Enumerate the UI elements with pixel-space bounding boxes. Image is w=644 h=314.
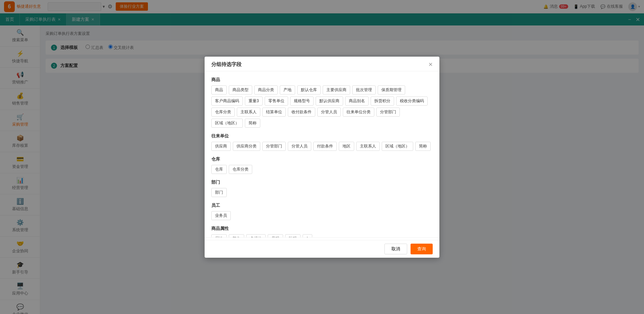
section-staff: 员工 业务员 [211, 202, 433, 220]
tag-goods-18[interactable]: 结算单位 [262, 108, 286, 117]
tag-goods-0[interactable]: 商品 [211, 85, 227, 95]
section-partner-title: 往来单位 [211, 133, 433, 139]
tag-goods-7[interactable]: 保质期管理 [378, 85, 405, 95]
section-staff-tags: 业务员 [211, 211, 433, 220]
tag-attr-0[interactable]: 属性 [211, 234, 227, 237]
tag-goods-22[interactable]: 分管部门 [376, 108, 400, 117]
tag-goods-4[interactable]: 默认仓库 [297, 85, 321, 95]
tag-partner-0[interactable]: 供应商 [211, 142, 231, 151]
section-staff-title: 员工 [211, 202, 433, 208]
section-attr: 商品属性 属性 颜色 多规格 尺码 鞋码 1 [211, 226, 433, 237]
section-partner: 往来单位 供应商 供应商分类 分管部门 分管人员 付款条件 地区 主联系人 区域… [211, 133, 433, 151]
cancel-button[interactable]: 取消 [384, 244, 407, 254]
section-goods: 商品 商品 商品类型 商品分类 产地 默认仓库 主要供应商 批次管理 保质期管理… [211, 77, 433, 128]
tag-partner-2[interactable]: 分管部门 [262, 142, 286, 151]
modal-header: 分组待选字段 ✕ [205, 57, 439, 71]
tag-goods-15[interactable]: 税收分类编码 [396, 97, 428, 106]
section-attr-title: 商品属性 [211, 226, 433, 232]
tag-partner-4[interactable]: 付款条件 [313, 142, 337, 151]
tag-goods-10[interactable]: 零售单位 [265, 97, 288, 106]
tag-goods-21[interactable]: 往来单位分类 [343, 108, 374, 117]
modal-footer: 取消 查询 [205, 240, 439, 258]
tag-goods-6[interactable]: 批次管理 [352, 85, 376, 95]
tag-attr-4[interactable]: 鞋码 [285, 234, 301, 237]
tag-goods-24[interactable]: 简称 [245, 119, 260, 128]
tag-partner-1[interactable]: 供应商分类 [233, 142, 260, 151]
tag-partner-6[interactable]: 主联系人 [356, 142, 380, 151]
tag-attr-2[interactable]: 多规格 [246, 234, 266, 237]
section-goods-tags: 商品 商品类型 商品分类 产地 默认仓库 主要供应商 批次管理 保质期管理 客户… [211, 85, 433, 128]
tag-goods-5[interactable]: 主要供应商 [323, 85, 350, 95]
section-attr-tags: 属性 颜色 多规格 尺码 鞋码 1 [211, 234, 433, 237]
modal-close-btn[interactable]: ✕ [428, 61, 433, 68]
tag-staff-0[interactable]: 业务员 [211, 211, 231, 220]
tag-goods-2[interactable]: 商品分类 [254, 85, 278, 95]
modal-body: 商品 商品 商品类型 商品分类 产地 默认仓库 主要供应商 批次管理 保质期管理… [205, 71, 439, 237]
section-warehouse: 仓库 仓库 仓库分类 [211, 156, 433, 174]
tag-goods-17[interactable]: 主联系人 [237, 108, 260, 117]
section-dept-tags: 部门 [211, 188, 433, 197]
tag-goods-23[interactable]: 区域（地区） [211, 119, 243, 128]
modal: 分组待选字段 ✕ 商品 商品 商品类型 商品分类 产地 默认仓库 主要供应商 批… [205, 57, 439, 258]
tag-partner-7[interactable]: 区域（地区） [382, 142, 413, 151]
tag-goods-14[interactable]: 拆货积分 [371, 97, 394, 106]
tag-goods-16[interactable]: 仓库分类 [211, 108, 235, 117]
section-goods-title: 商品 [211, 77, 433, 83]
tag-attr-3[interactable]: 尺码 [268, 234, 283, 237]
tag-goods-8[interactable]: 客户商品编码 [211, 97, 243, 106]
section-warehouse-title: 仓库 [211, 156, 433, 162]
modal-overlay: 分组待选字段 ✕ 商品 商品 商品类型 商品分类 产地 默认仓库 主要供应商 批… [0, 0, 644, 314]
modal-hscrollbar[interactable] [205, 237, 439, 240]
tag-goods-20[interactable]: 分管人员 [317, 108, 341, 117]
tag-goods-1[interactable]: 商品类型 [229, 85, 252, 95]
section-dept: 部门 部门 [211, 179, 433, 197]
tag-goods-11[interactable]: 规格型号 [290, 97, 314, 106]
tag-goods-13[interactable]: 商品别名 [345, 97, 369, 106]
tag-attr-1[interactable]: 颜色 [229, 234, 244, 237]
tag-attr-5[interactable]: 1 [303, 234, 312, 237]
tag-dept-0[interactable]: 部门 [211, 188, 227, 197]
tag-warehouse-1[interactable]: 仓库分类 [229, 165, 252, 174]
tag-goods-19[interactable]: 收付款条件 [288, 108, 315, 117]
section-partner-tags: 供应商 供应商分类 分管部门 分管人员 付款条件 地区 主联系人 区域（地区） … [211, 142, 433, 151]
confirm-button[interactable]: 查询 [411, 244, 433, 254]
tag-warehouse-0[interactable]: 仓库 [211, 165, 227, 174]
tag-partner-5[interactable]: 地区 [339, 142, 354, 151]
section-dept-title: 部门 [211, 179, 433, 185]
tag-goods-9[interactable]: 重量3 [245, 97, 263, 106]
tag-partner-3[interactable]: 分管人员 [288, 142, 311, 151]
tag-goods-12[interactable]: 默认供应商 [316, 97, 343, 106]
tag-goods-3[interactable]: 产地 [280, 85, 295, 95]
section-warehouse-tags: 仓库 仓库分类 [211, 165, 433, 174]
tag-partner-8[interactable]: 简称 [415, 142, 431, 151]
modal-title: 分组待选字段 [211, 61, 241, 68]
